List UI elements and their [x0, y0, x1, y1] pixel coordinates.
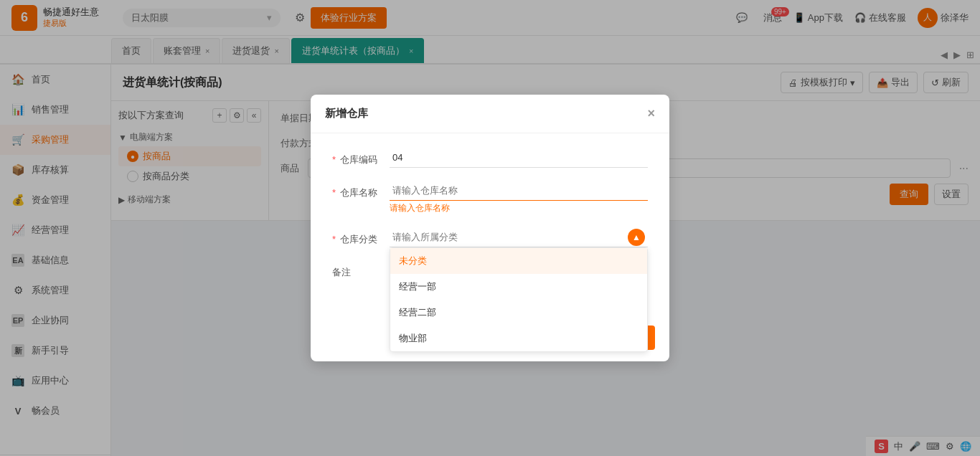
name-label: * 仓库名称 [332, 181, 390, 199]
dropdown-item-uncategorized[interactable]: 未分类 [390, 248, 647, 274]
category-label-text: 仓库分类 [340, 234, 377, 244]
name-error-message: 请输入仓库名称 [390, 202, 648, 214]
code-label: * 仓库编码 [332, 148, 390, 166]
category-label: * 仓库分类 [332, 227, 390, 246]
code-control [390, 148, 648, 168]
name-label-text: 仓库名称 [340, 187, 377, 198]
category-control: ▲ 未分类 经营一部 经营二部 物业部 [390, 227, 648, 247]
modal-new-warehouse: 新增仓库 × * 仓库编码 * 仓库名称 [311, 95, 669, 361]
category-dropdown: 未分类 经营一部 经营二部 物业部 [390, 247, 648, 352]
name-control: 请输入仓库名称 [390, 181, 648, 214]
dropdown-item-dept3[interactable]: 物业部 [390, 326, 647, 351]
form-row-code: * 仓库编码 [332, 148, 648, 168]
required-star-code: * [332, 154, 336, 165]
category-input[interactable] [390, 227, 648, 247]
modal-title: 新增仓库 [325, 107, 368, 120]
modal-close-button[interactable]: × [647, 106, 655, 121]
modal-overlay: 新增仓库 × * 仓库编码 * 仓库名称 [0, 0, 980, 456]
category-toggle-button[interactable]: ▲ [628, 229, 645, 246]
form-row-category: * 仓库分类 ▲ 未分类 经营一部 经营二部 物业部 [332, 227, 648, 247]
code-label-text: 仓库编码 [340, 154, 377, 165]
name-input[interactable] [390, 181, 648, 201]
remark-label: 备注 [332, 260, 390, 279]
remark-label-text: 备注 [332, 267, 351, 277]
dropdown-item-dept2[interactable]: 经营二部 [390, 300, 647, 326]
required-star-category: * [332, 234, 336, 244]
required-star-name: * [332, 187, 336, 198]
form-row-name: * 仓库名称 请输入仓库名称 [332, 181, 648, 214]
code-input[interactable] [390, 148, 648, 168]
modal-header: 新增仓库 × [311, 95, 669, 133]
dropdown-item-dept1[interactable]: 经营一部 [390, 274, 647, 300]
modal-body: * 仓库编码 * 仓库名称 请输入仓库名称 [311, 133, 669, 318]
